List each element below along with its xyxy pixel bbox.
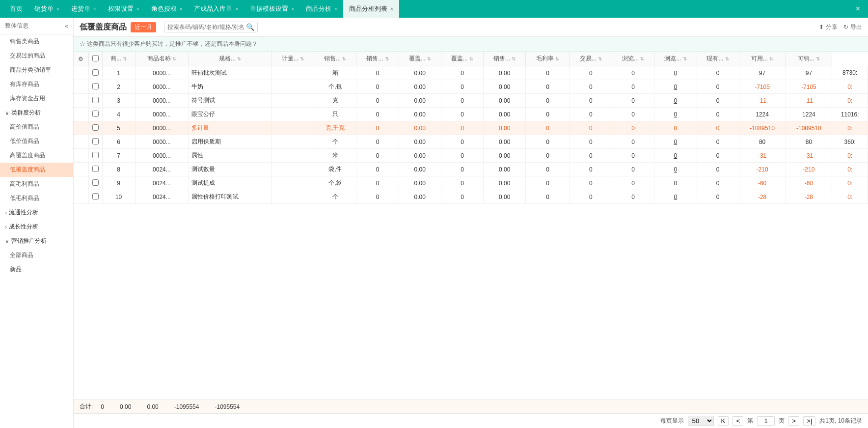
row-sellable: 0: — [832, 80, 868, 94]
nav-sales-order[interactable]: 销货单 × — [28, 0, 65, 18]
row-browse1[interactable]: 0 — [654, 149, 697, 163]
sidebar-group-liquidity[interactable]: › 流通性分析 — [0, 205, 73, 220]
close-sales-order-icon[interactable]: × — [56, 6, 59, 12]
sidebar-item-traded-goods[interactable]: 交易过的商品 — [0, 49, 73, 63]
share-button[interactable]: ⬆ 分享 — [819, 23, 838, 31]
row-select-checkbox[interactable] — [92, 138, 99, 144]
row-coverage1: 0 — [441, 94, 483, 108]
column-current-stock[interactable]: 现有... ⇅ — [697, 52, 739, 66]
next-page-button[interactable]: > — [788, 416, 799, 426]
column-available[interactable]: 可用... ⇅ — [739, 52, 786, 66]
nav-home[interactable]: 首页 — [4, 0, 28, 18]
row-sales-amount: 0.00 — [399, 176, 441, 190]
column-sales-amount[interactable]: 销售... ⇅ — [356, 52, 399, 66]
sidebar-item-sales-goods[interactable]: 销售类商品 — [0, 34, 73, 49]
close-purchase-order-icon[interactable]: × — [93, 6, 96, 12]
date-filter-button[interactable]: 近一月 — [131, 22, 156, 32]
sidebar-collapse-button[interactable]: « — [65, 23, 68, 29]
row-name: 测试数量 — [189, 163, 272, 176]
row-select-checkbox[interactable] — [92, 83, 99, 89]
nav-product-analysis-list[interactable]: 商品分析列表 × — [343, 0, 399, 18]
row-coverage2: 0.00 — [484, 108, 526, 121]
close-template-settings-icon[interactable]: × — [291, 6, 294, 12]
row-browse1[interactable]: 0 — [654, 108, 697, 121]
row-browse1[interactable]: 0 — [654, 80, 697, 94]
search-input[interactable] — [167, 24, 246, 30]
sidebar-group-coverage[interactable]: ∨ 类群度分析 — [0, 106, 73, 120]
row-browse1[interactable]: 0 — [654, 163, 697, 176]
sidebar-item-stocked-goods[interactable]: 有库存商品 — [0, 77, 73, 91]
close-analysis-list-icon[interactable]: × — [390, 6, 393, 12]
last-page-button[interactable]: >| — [803, 416, 815, 426]
close-product-analysis-icon[interactable]: × — [334, 6, 337, 12]
sidebar-item-category-turnover[interactable]: 商品分类动销率 — [0, 63, 73, 77]
sidebar-item-high-coverage[interactable]: 高覆盖度商品 — [0, 148, 73, 163]
row-coverage2: 0.00 — [484, 190, 526, 204]
per-page-select[interactable]: 50 20 100 200 — [688, 416, 714, 426]
close-finished-goods-icon[interactable]: × — [235, 6, 238, 12]
row-browse1[interactable]: 0 — [654, 176, 697, 190]
row-settings — [74, 66, 88, 80]
sidebar-item-all-goods[interactable]: 全部商品 — [0, 248, 73, 262]
nav-purchase-order[interactable]: 进货单 × — [65, 0, 102, 18]
column-settings[interactable]: ⚙ — [74, 52, 88, 66]
column-spec[interactable]: 规格... ⇅ — [189, 52, 272, 66]
sidebar-item-inventory-fund[interactable]: 库存资金占用 — [0, 91, 73, 106]
close-permissions-icon[interactable]: × — [136, 6, 139, 12]
column-coverage1[interactable]: 覆盖... ⇅ — [399, 52, 441, 66]
page-number-input[interactable] — [757, 416, 775, 426]
nav-role-auth[interactable]: 角色授权 × — [145, 0, 189, 18]
column-browse2[interactable]: 浏览... ⇅ — [654, 52, 697, 66]
nav-close-all-button[interactable]: × — [852, 4, 864, 13]
sidebar-item-low-margin[interactable]: 低毛利商品 — [0, 191, 73, 205]
nav-template-settings[interactable]: 单据模板设置 × — [244, 0, 300, 18]
column-unit[interactable]: 计量... ⇅ — [271, 52, 314, 66]
prev-page-button[interactable]: < — [732, 416, 743, 426]
export-button[interactable]: ↻ 导出 — [843, 23, 862, 31]
row-num: 2 — [102, 80, 135, 94]
nav-product-analysis[interactable]: 商品分析 × — [300, 0, 343, 18]
row-available: -31 — [786, 149, 832, 163]
column-browse1[interactable]: 浏览... ⇅ — [612, 52, 654, 66]
column-name[interactable]: 商品名称 ⇅ — [135, 52, 188, 66]
row-select-checkbox[interactable] — [92, 152, 99, 158]
sidebar-group-marketing[interactable]: ∨ 营销推广分析 — [0, 234, 73, 248]
nav-finished-goods[interactable]: 产成品入库单 × — [188, 0, 244, 18]
column-sales3[interactable]: 销售... ⇅ — [484, 52, 526, 66]
column-code[interactable]: 商... ⇅ — [102, 52, 135, 66]
sidebar-item-high-value[interactable]: 高价值商品 — [0, 120, 73, 134]
column-gross-margin[interactable]: 毛利率 ⇅ — [526, 52, 570, 66]
row-browse1[interactable]: 0 — [654, 190, 697, 204]
column-sellable[interactable]: 可销... ⇅ — [786, 52, 832, 66]
row-sales-qty: 0 — [356, 94, 399, 108]
row-select-checkbox[interactable] — [92, 179, 99, 186]
sidebar-item-low-coverage[interactable]: 低覆盖度商品 — [0, 163, 73, 177]
row-select-checkbox[interactable] — [92, 193, 99, 200]
row-select-checkbox[interactable] — [92, 124, 99, 131]
row-browse1[interactable]: 0 — [654, 135, 697, 149]
row-select-checkbox[interactable] — [92, 69, 99, 76]
select-all-checkbox[interactable] — [92, 55, 99, 61]
row-sales-amount: 0.00 — [399, 94, 441, 108]
sidebar-item-new-goods[interactable]: 新品 — [0, 262, 73, 277]
row-select-checkbox[interactable] — [92, 111, 99, 117]
column-coverage2[interactable]: 覆盖... ⇅ — [441, 52, 483, 66]
row-select-checkbox[interactable] — [92, 166, 99, 172]
close-role-auth-icon[interactable]: × — [180, 6, 183, 12]
sidebar-item-low-value[interactable]: 低价值商品 — [0, 134, 73, 148]
row-browse2: 0 — [697, 163, 739, 176]
row-checkbox — [88, 135, 102, 149]
row-browse1[interactable]: 0 — [654, 66, 697, 80]
sidebar-group-growth[interactable]: › 成长性分析 — [0, 220, 73, 234]
sidebar-item-high-margin[interactable]: 高毛利商品 — [0, 177, 73, 191]
nav-permissions[interactable]: 权限设置 × — [102, 0, 145, 18]
row-select-checkbox[interactable] — [92, 97, 99, 103]
row-checkbox — [88, 80, 102, 94]
column-sales-qty[interactable]: 销售... ⇅ — [314, 52, 356, 66]
row-browse1[interactable]: 0 — [654, 121, 697, 135]
row-sellable: 360: — [832, 135, 868, 149]
first-page-button[interactable]: K — [718, 416, 729, 426]
row-browse1[interactable]: 0 — [654, 94, 697, 108]
column-transaction[interactable]: 交易... ⇅ — [570, 52, 612, 66]
footer-values: 0 0.00 0.00 -1095554 -1095554 — [101, 403, 240, 410]
